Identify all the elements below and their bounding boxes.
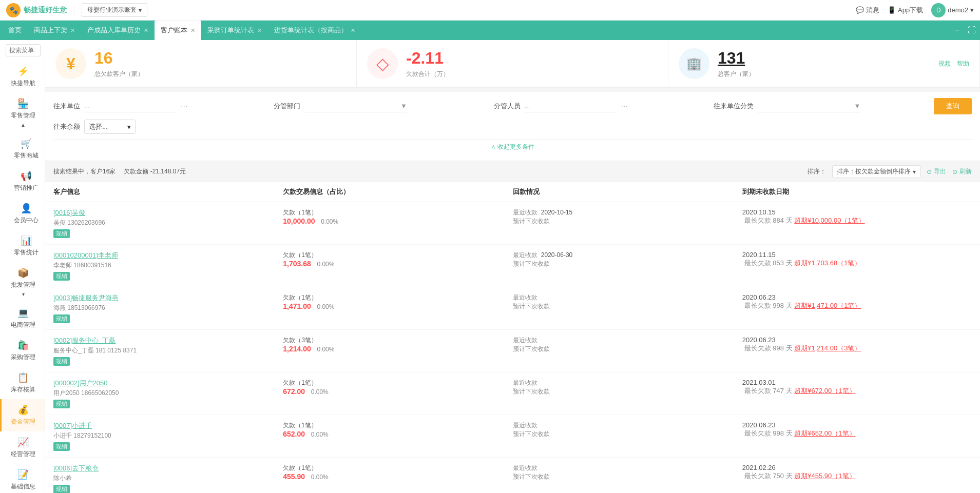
table-body: [0016]吴俊 吴俊 13026203696 现销 欠款（1笔） 10,000… (45, 202, 980, 493)
tab-stock-stats-close[interactable]: ✕ (351, 27, 355, 34)
tab-customer-account[interactable]: 客户账本 ✕ (155, 21, 201, 40)
sidebar-item-member[interactable]: 👤 会员中心 (0, 198, 45, 230)
overdue-link[interactable]: 超期¥672.00（1笔） (794, 387, 855, 395)
recover-date: 2020-10-15 (541, 209, 572, 216)
overdue-days: 最长欠款 750 天 (744, 472, 793, 480)
branch-dept-select[interactable]: ▼ (304, 100, 407, 112)
debt-info-cell: 欠款（1笔） 1,471.00 0.00% (283, 293, 512, 323)
customer-name[interactable]: [000002]用户2050 (53, 379, 283, 388)
recovery-cell: 最近收款 预计下次收款 (513, 421, 742, 451)
due-date-cell: 2020.06.23 最长欠款 998 天 超期¥1,214.00（3笔） (742, 336, 972, 366)
overdue-link[interactable]: 超期¥455.90（1笔） (794, 472, 855, 480)
sidebar-item-marketing[interactable]: 📢 营销推广 (0, 165, 45, 198)
stats-row: ¥ 16 总欠款客户（家） ◇ -2.11 欠款合计（万） 🏢 131 总客户（… (45, 40, 980, 88)
tab-customer-account-close[interactable]: ✕ (190, 27, 195, 34)
tab-stock-stats[interactable]: 进货单统计表（按商品） ✕ (268, 21, 361, 40)
customer-name[interactable]: [0002]服务中心_丁磊 (53, 336, 283, 345)
tab-product-history-close[interactable]: ✕ (144, 27, 148, 34)
app-download-btn[interactable]: 📱 App下载 (888, 6, 923, 15)
customer-sub: 吴俊 13026203696 (53, 219, 283, 227)
customer-tag: 现销 (53, 357, 70, 366)
tab-purchase-order-close[interactable]: ✕ (257, 27, 262, 34)
user-menu[interactable]: D demo2 ▾ (931, 3, 974, 17)
company-selector[interactable]: 母婴行业演示账套 ▾ (82, 3, 147, 17)
overdue-link[interactable]: 超期¥1,703.68（1笔） (794, 259, 861, 267)
avatar: D (931, 3, 946, 17)
customer-name[interactable]: [0016]吴俊 (53, 208, 283, 218)
member-icon: 👤 (21, 203, 32, 214)
overdue-link[interactable]: 超期¥1,214.00（3笔） (794, 344, 861, 352)
customer-name[interactable]: [0006]去下粮仓 (53, 464, 283, 473)
search-input[interactable] (6, 44, 41, 56)
refresh-button[interactable]: ⊙ 刷新 (952, 167, 972, 176)
overdue-link[interactable]: 超期¥652.00（1笔） (794, 429, 855, 437)
tab-minimize-btn[interactable]: − (953, 24, 962, 37)
customer-name[interactable]: [0003]畅捷服务尹海燕 (53, 293, 283, 303)
customer-name[interactable]: [00010200001]李老师 (53, 251, 283, 260)
tab-product-history[interactable]: 产成品入库单历史 ✕ (81, 21, 155, 40)
filter-row-1: 往来单位 ··· 分管部门 ▼ 分管人员 ··· 往来 (53, 98, 972, 114)
company-dropdown-icon: ▾ (139, 7, 142, 14)
tab-products-offline[interactable]: 商品上下架 ✕ (28, 21, 81, 40)
retail-mgmt-icon: 🏪 (17, 98, 29, 109)
video-link[interactable]: 视频 (938, 60, 951, 68)
overdue-link[interactable]: 超期¥10,000.00（1笔） (794, 216, 864, 224)
remaining-balance-dropdown[interactable]: 选择... ▾ (84, 120, 136, 134)
tab-home[interactable]: 首页 (2, 21, 28, 40)
customer-info-cell: [0002]服务中心_丁磊 服务中心_丁磊 181 0125 8371 现销 (53, 336, 283, 366)
sidebar-item-operations[interactable]: 📈 经营管理 (0, 431, 45, 464)
due-date: 2020.10.15 (742, 208, 972, 216)
collapse-filter-bar[interactable]: ∧ 收起更多条件 (53, 139, 972, 154)
sidebar-item-purchase[interactable]: 🛍️ 采购管理 (0, 334, 45, 367)
due-date: 2021.03.01 (742, 379, 972, 386)
from-unit-dots[interactable]: ··· (181, 102, 187, 111)
sort-select[interactable]: 排序：按欠款金额倒序排序 ▾ (832, 165, 920, 178)
export-button[interactable]: ⊙ 导出 (927, 167, 946, 176)
col-header-recovery: 回款情况 (513, 187, 742, 196)
customer-info-cell: [0003]畅捷服务尹海燕 海燕 18513066976 现销 (53, 293, 283, 323)
tab-maximize-btn[interactable]: ⛶ (966, 24, 978, 37)
tab-purchase-order[interactable]: 采购订单统计表 ✕ (201, 21, 268, 40)
help-link[interactable]: 帮助 (957, 60, 969, 68)
from-unit-input[interactable] (84, 100, 177, 112)
recover-date: 2020-06-30 (541, 251, 572, 259)
sidebar-item-label: 资金管理 (11, 418, 35, 426)
next-recover-label: 预计下次收款 (513, 388, 550, 395)
tab-products-offline-close[interactable]: ✕ (70, 27, 75, 34)
tab-products-offline-label: 商品上下架 (34, 26, 67, 35)
sidebar-item-retail-stats[interactable]: 📊 零售统计 (0, 230, 45, 262)
unit-category-select[interactable]: ▼ (758, 100, 860, 112)
debt-pct: 0.00% (311, 388, 329, 396)
basic-info-icon: 📝 (17, 469, 29, 480)
message-btn[interactable]: 💬 消息 (856, 6, 879, 15)
recover-label: 最近收款 (513, 251, 537, 259)
branch-person-input[interactable] (525, 100, 617, 112)
stat-info-amount: -2.11 欠款合计（万） (406, 49, 449, 78)
due-date: 2020.06.23 (742, 336, 972, 344)
branch-person-dots[interactable]: ··· (621, 102, 628, 111)
sidebar-item-retail-mall[interactable]: 🛒 零售商城 (0, 133, 45, 165)
sidebar-item-ecommerce[interactable]: 💻 电商管理 (0, 302, 45, 334)
company-name: 母婴行业演示账套 (87, 6, 137, 14)
retail-stats-icon: 📊 (21, 235, 32, 246)
retail-mall-icon: 🛒 (21, 138, 32, 149)
overdue-link[interactable]: 超期¥1,471.00（1笔） (794, 302, 861, 309)
sidebar-item-inventory[interactable]: 📋 库存核算 (0, 367, 45, 399)
debt-amount: 1,471.00 (283, 302, 311, 310)
stat-icon-overdue: ¥ (55, 48, 86, 79)
sidebar-item-batch-mgmt[interactable]: 📦 批发管理 ▾ (0, 262, 45, 302)
recovery-cell: 最近收款 预计下次收款 (513, 464, 742, 493)
sidebar-item-quick-nav[interactable]: ⚡ 快捷导航 (0, 61, 45, 93)
customer-name[interactable]: [0007]小进千 (53, 421, 283, 430)
search-button[interactable]: 查询 (934, 98, 972, 114)
sidebar-item-retail-mgmt[interactable]: 🏪 零售管理 ▲ (0, 93, 45, 133)
remaining-dropdown-icon: ▾ (127, 123, 131, 131)
sidebar-item-finance[interactable]: 💰 资金管理 (0, 399, 45, 431)
sidebar-item-basic-info[interactable]: 📝 基础信息 (0, 464, 45, 493)
filter-remaining-label: 往来余额 (53, 122, 80, 131)
filter-from-unit-label: 往来单位 (53, 102, 80, 111)
stat-card-overdue-amount: ◇ -2.11 欠款合计（万） (357, 40, 668, 87)
sort-label: 排序： (808, 167, 826, 176)
purchase-icon: 🛍️ (17, 340, 29, 351)
debt-pct: 0.00% (317, 346, 334, 353)
